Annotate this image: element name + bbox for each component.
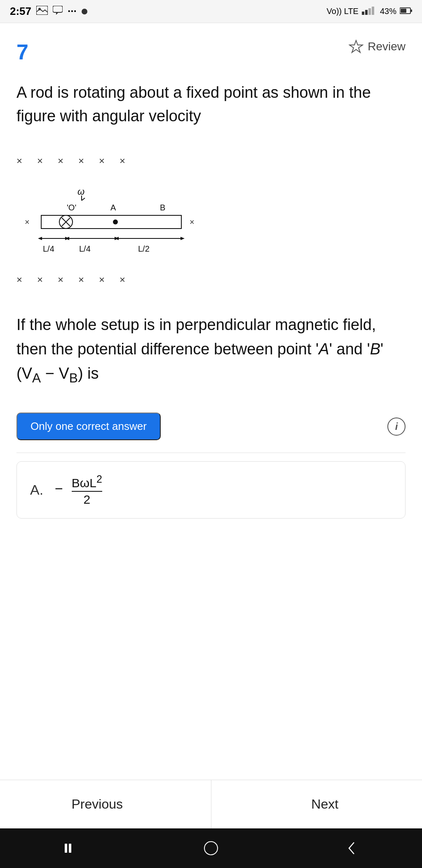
review-label: Review <box>368 40 406 53</box>
status-left: 2:57 ··· <box>10 5 87 18</box>
home-icon[interactable] <box>199 836 223 861</box>
review-button[interactable]: Review <box>349 40 406 54</box>
svg-marker-10 <box>349 40 363 52</box>
status-bar: 2:57 ··· Vo)) LTE 43% <box>0 0 422 23</box>
bottom-nav <box>0 828 422 868</box>
svg-text:×: × <box>190 217 195 226</box>
chat-icon <box>53 5 63 18</box>
answer-options: A. − BωL2 2 <box>16 461 406 519</box>
menu-icon[interactable] <box>58 836 83 861</box>
svg-marker-32 <box>181 237 185 240</box>
svg-text:L/4: L/4 <box>79 244 91 253</box>
battery-icon <box>400 6 412 17</box>
svg-rect-9 <box>411 9 412 12</box>
svg-text:'O': 'O' <box>67 203 76 212</box>
previous-button[interactable]: Previous <box>0 780 211 828</box>
diagram-container: ×××××× ω 'O' A B × × <box>16 144 406 296</box>
svg-point-22 <box>113 219 118 224</box>
status-right: Vo)) LTE 43% <box>327 6 412 17</box>
signal-text: Vo)) LTE <box>327 7 359 16</box>
answer-option-a[interactable]: A. − BωL2 2 <box>16 461 406 519</box>
svg-text:L/4: L/4 <box>43 244 54 253</box>
question-header: 7 Review <box>16 40 406 64</box>
svg-marker-25 <box>38 237 42 240</box>
question-number: 7 <box>16 40 28 64</box>
svg-line-13 <box>82 198 85 200</box>
status-dot <box>82 9 87 14</box>
info-icon[interactable]: i <box>387 417 406 436</box>
back-icon[interactable] <box>339 836 364 861</box>
svg-text:L/2: L/2 <box>138 244 150 253</box>
svg-rect-4 <box>365 10 368 15</box>
x-marks-top: ×××××× <box>16 155 406 167</box>
svg-rect-37 <box>69 844 71 853</box>
physics-diagram: ω 'O' A B × × <box>16 169 214 276</box>
answer-type-section: Only one correct answer i <box>16 413 406 440</box>
nav-buttons: Previous Next <box>0 780 422 828</box>
battery-display: 43% <box>380 7 396 16</box>
svg-rect-3 <box>362 12 364 15</box>
more-icon: ··· <box>68 5 77 18</box>
sub-question-text: If the whole setup is in perpendicular m… <box>16 313 406 388</box>
gallery-icon <box>36 5 48 18</box>
divider <box>16 453 406 453</box>
question-text: A rod is rotating about a fixed point as… <box>16 81 406 128</box>
svg-point-38 <box>204 842 218 855</box>
main-content: 7 Review A rod is rotating about a fixed… <box>0 23 422 780</box>
svg-rect-6 <box>372 7 374 15</box>
svg-rect-2 <box>53 6 63 12</box>
answer-type-badge[interactable]: Only one correct answer <box>16 413 161 440</box>
time-display: 2:57 <box>10 5 31 18</box>
signal-bars <box>362 6 377 17</box>
svg-text:A: A <box>110 203 116 212</box>
svg-text:×: × <box>25 217 30 226</box>
option-label-a: A. <box>30 482 47 498</box>
option-formula-a: − BωL2 2 <box>55 473 103 507</box>
fraction-a: BωL2 2 <box>72 473 102 507</box>
svg-rect-8 <box>401 9 406 13</box>
svg-text:ω: ω <box>77 186 84 197</box>
svg-text:B: B <box>160 203 165 212</box>
svg-rect-36 <box>65 844 67 853</box>
svg-rect-5 <box>368 8 371 15</box>
next-button[interactable]: Next <box>211 780 422 828</box>
